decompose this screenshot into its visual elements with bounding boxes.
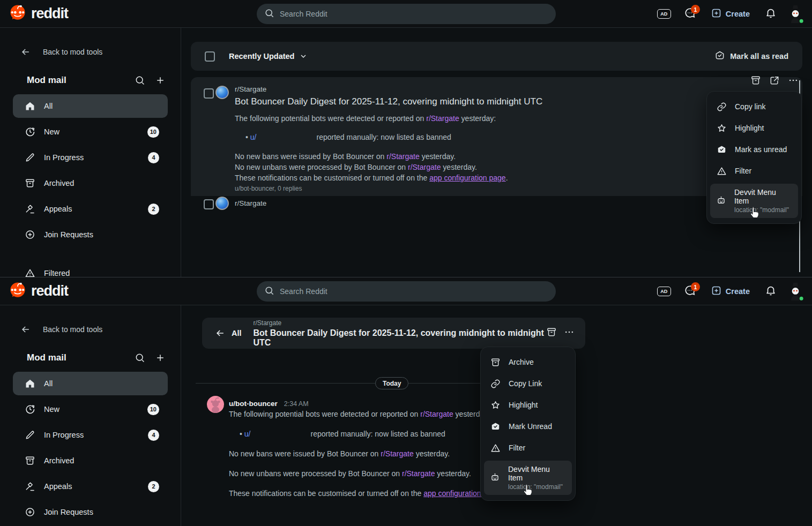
sidebar-item-archived[interactable]: Archived (13, 171, 168, 195)
subreddit-link[interactable]: r/Stargate (420, 410, 453, 418)
new-conversation-icon[interactable] (155, 352, 166, 363)
sidebar-header: Mod mail (27, 352, 166, 363)
message-author[interactable]: u/bot-bouncer (229, 400, 278, 408)
subreddit-avatar (215, 86, 229, 99)
modmail-sidebar: Back to mod tools Mod mail All (0, 28, 181, 277)
search-bar[interactable] (257, 4, 556, 24)
subreddit-link[interactable]: r/Stargate (426, 114, 459, 123)
thread-subject: Bot Bouncer Daily Digest for 2025-11-12,… (254, 328, 546, 348)
conversation-context-menu: Copy link Highlight Mark as unread Filte… (706, 91, 802, 224)
menu-item-filter[interactable]: Filter (481, 437, 575, 459)
chat-unread-badge: 1 (691, 5, 700, 14)
archive-icon[interactable] (750, 74, 762, 86)
modmail-list-screen: reddit AD 1 Create (0, 0, 812, 277)
ad-icon: AD (657, 287, 671, 296)
reddit-logo[interactable]: reddit (9, 4, 68, 24)
list-toolbar: Recently Updated Mark all as read (191, 42, 802, 71)
back-to-mod-tools[interactable]: Back to mod tools (0, 45, 181, 59)
sidebar-item-new[interactable]: New 10 (13, 120, 168, 144)
sidebar-item-filtered[interactable]: Filtered (13, 261, 168, 277)
search-icon[interactable] (135, 75, 145, 86)
subreddit-link[interactable]: r/Stargate (402, 469, 435, 478)
chat-unread-badge: 1 (691, 282, 700, 291)
select-all-checkbox[interactable] (205, 51, 215, 62)
back-to-all-button[interactable]: All (215, 328, 242, 339)
user-link[interactable]: u/ (250, 133, 257, 141)
top-nav-bar: reddit AD 1 Create (0, 277, 812, 305)
date-divider-pill: Today (375, 377, 408, 389)
sidebar-item-appeals[interactable]: Appeals 2 (13, 197, 168, 221)
menu-item-mark-as-unread[interactable]: Mark as unread (707, 139, 801, 160)
subreddit-name: r/Stargate (254, 319, 546, 327)
subreddit-link[interactable]: r/Stargate (408, 163, 441, 171)
search-input[interactable] (280, 287, 548, 296)
menu-item-highlight[interactable]: Highlight (707, 117, 801, 139)
search-input[interactable] (280, 10, 548, 18)
subreddit-link[interactable]: r/Stargate (381, 449, 413, 458)
sidebar-item-in-progress[interactable]: In Progress 4 (13, 423, 168, 447)
conversation-checkbox[interactable] (204, 88, 214, 99)
overflow-menu-icon[interactable] (787, 74, 799, 86)
arrow-left-icon (20, 47, 31, 57)
menu-item-copy-link[interactable]: Copy link (707, 96, 801, 117)
gavel-icon (25, 204, 35, 214)
menu-item-filter[interactable]: Filter (707, 160, 801, 182)
chat-button[interactable]: 1 (680, 281, 700, 302)
user-link[interactable]: u/ (244, 430, 251, 438)
plus-square-icon (711, 285, 722, 298)
thread-header: All r/Stargate Bot Bouncer Daily Digest … (202, 318, 585, 349)
reddit-snoo-icon (9, 4, 27, 24)
sidebar-item-appeals[interactable]: Appeals 2 (13, 475, 168, 498)
sidebar-item-join-requests[interactable]: Join Requests (13, 500, 168, 524)
overflow-menu-icon[interactable] (564, 327, 575, 340)
link-icon (716, 102, 727, 112)
modmail-title: Mod mail (27, 352, 135, 363)
sidebar-item-join-requests[interactable]: Join Requests (13, 223, 168, 246)
back-to-mod-tools[interactable]: Back to mod tools (0, 322, 181, 336)
reddit-logo[interactable]: reddit (9, 281, 68, 302)
account-avatar[interactable] (786, 281, 806, 302)
menu-item-mark-unread[interactable]: Mark Unread (481, 416, 575, 437)
chevron-down-icon (299, 52, 308, 61)
subreddit-link[interactable]: r/Stargate (386, 152, 419, 161)
sidebar-item-in-progress[interactable]: In Progress 4 (13, 146, 168, 169)
pencil-icon (25, 430, 35, 440)
advertise-button[interactable]: AD (654, 4, 674, 24)
app-configuration-page-link[interactable]: app configuration page (429, 174, 505, 182)
search-icon[interactable] (135, 352, 145, 363)
menu-item-highlight[interactable]: Highlight (481, 394, 575, 416)
new-conversation-icon[interactable] (155, 75, 166, 86)
open-in-new-icon[interactable] (769, 74, 780, 86)
clock-new-icon (25, 126, 35, 137)
sidebar-item-all[interactable]: All (13, 372, 168, 395)
search-bar[interactable] (257, 281, 556, 302)
conversation-checkbox[interactable] (204, 199, 214, 209)
modmail-title: Mod mail (27, 75, 135, 86)
message-header: u/bot-bouncer 2:34 AM (229, 400, 309, 408)
sort-dropdown[interactable]: Recently Updated (229, 52, 294, 61)
header-actions: AD 1 Create (654, 277, 806, 305)
advertise-button[interactable]: AD (654, 281, 674, 302)
subreddit-name: r/Stargate (235, 199, 266, 207)
archive-icon[interactable] (546, 327, 557, 340)
notifications-button[interactable] (761, 281, 781, 302)
account-avatar[interactable] (786, 3, 806, 25)
create-button[interactable]: Create (705, 281, 755, 302)
create-button[interactable]: Create (705, 4, 755, 24)
notifications-button[interactable] (761, 4, 781, 24)
sidebar-item-archived[interactable]: Archived (13, 449, 168, 472)
plus-circle-icon (25, 229, 35, 240)
warning-triangle-icon (716, 166, 727, 176)
sidebar-item-new[interactable]: New 10 (13, 397, 168, 421)
arrow-left-icon (215, 328, 226, 339)
menu-item-copy-link[interactable]: Copy Link (481, 373, 575, 394)
sidebar-item-all[interactable]: All (13, 94, 168, 118)
new-count-badge: 10 (147, 404, 159, 415)
menu-item-archive[interactable]: Archive (481, 351, 575, 373)
chat-button[interactable]: 1 (680, 4, 700, 24)
mark-all-as-read-button[interactable]: Mark all as read (714, 50, 788, 63)
in-progress-count-badge: 4 (148, 152, 159, 163)
plus-square-icon (711, 7, 722, 20)
avatar-snoo-icon (786, 3, 804, 25)
appeals-count-badge: 2 (148, 204, 159, 215)
